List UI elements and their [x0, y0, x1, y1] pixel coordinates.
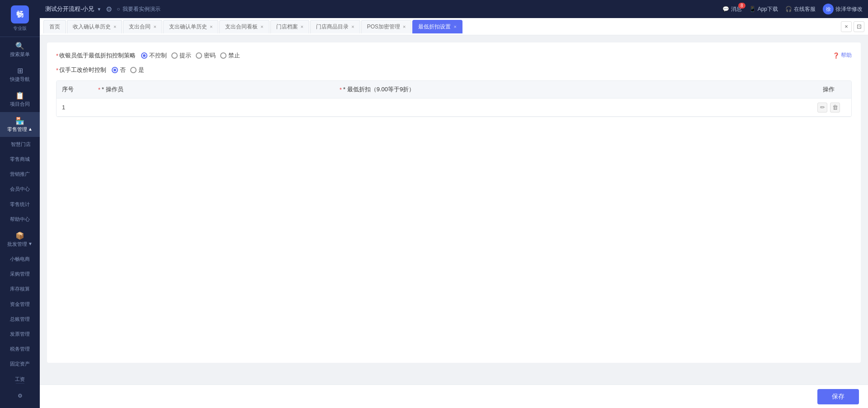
- help-link[interactable]: ❓ 帮助: [833, 52, 852, 59]
- app-download-button[interactable]: 📱 App下载: [749, 5, 778, 13]
- tab-label: POS加密管理: [367, 23, 400, 31]
- manual-yes[interactable]: 是: [130, 66, 144, 74]
- sidebar-item-help[interactable]: 帮助中心: [0, 212, 40, 227]
- sidebar-item-label: 帮助中心: [10, 216, 30, 222]
- policy-hint[interactable]: 提示: [171, 52, 191, 60]
- policy-label-text: 收银员低于最低折扣控制策略: [59, 52, 136, 60]
- sidebar-item-label: 小畅电商: [10, 256, 30, 262]
- tab-label: 最低折扣设置: [418, 23, 451, 31]
- sidebar-item-finance[interactable]: 资金管理: [0, 297, 40, 312]
- messages-button[interactable]: 💬 消息 8: [722, 5, 742, 13]
- project-selector[interactable]: 测试分开流程-小兄 ▼: [45, 5, 101, 13]
- sidebar-item-member[interactable]: 会员中心: [0, 182, 40, 197]
- sidebar-item-retail[interactable]: 🏪 零售管理 ▲: [0, 112, 40, 137]
- sidebar-item-label: 快捷导航: [10, 76, 30, 82]
- sidebar-item-label: 零售统计: [10, 202, 30, 207]
- maximize-button[interactable]: ⊡: [854, 21, 864, 32]
- footer: 保存: [40, 385, 868, 408]
- radio-label: 提示: [179, 52, 191, 60]
- td-discount: [334, 104, 806, 111]
- demo-link[interactable]: ○ 我要看实例演示: [117, 5, 160, 13]
- tab-contract[interactable]: 支出合同 ×: [123, 20, 162, 33]
- settings-icon[interactable]: ⚙: [106, 5, 112, 14]
- settings-button[interactable]: ⚙: [16, 388, 24, 403]
- sidebar-item-invoice[interactable]: 发票管理: [0, 327, 40, 342]
- tab-close-icon[interactable]: ×: [453, 24, 456, 29]
- tab-store-goods[interactable]: 门店商品目录 ×: [310, 20, 360, 33]
- tab-close-icon[interactable]: ×: [210, 24, 212, 29]
- sidebar-item-label: 采购管理: [10, 271, 30, 277]
- sidebar-item-ledger[interactable]: 总账管理: [0, 312, 40, 327]
- tab-income[interactable]: 收入确认单历史 ×: [67, 20, 122, 33]
- sidebar-item-retail-mall[interactable]: 零售商城: [0, 152, 40, 167]
- tab-label: 门店档案: [276, 23, 298, 31]
- wholesale-icon: 📦: [15, 231, 24, 240]
- policy-label: * 收银员低于最低折扣控制策略: [56, 52, 136, 60]
- sidebar-item-payroll[interactable]: 工资: [0, 372, 40, 383]
- tab-label: 收入确认单历史: [73, 23, 111, 31]
- tab-close-icon[interactable]: ×: [153, 24, 156, 29]
- search-icon: 🔍: [15, 42, 24, 50]
- td-operator: [93, 104, 334, 111]
- sidebar-item-quicknav[interactable]: ⊞ 快捷导航: [0, 62, 40, 87]
- td-action: ✏ 🗑: [806, 99, 851, 116]
- tab-close-icon[interactable]: ×: [113, 24, 116, 29]
- messages-badge: 8: [738, 3, 745, 9]
- manual-form-row: * 仅手工改价时控制 否 是: [56, 66, 852, 74]
- tab-label: 支出合同: [129, 23, 151, 31]
- sidebar-bottom: ⚙: [16, 383, 24, 408]
- policy-password[interactable]: 密码: [196, 52, 216, 60]
- tab-contract-board[interactable]: 支出合同看板 ×: [219, 20, 269, 33]
- sidebar-item-contract[interactable]: 📋 项目合同: [0, 87, 40, 112]
- sidebar-item-label: 总账管理: [10, 316, 30, 322]
- tab-close-icon[interactable]: ×: [301, 24, 303, 29]
- close-tab-button[interactable]: ×: [841, 21, 852, 32]
- tab-label: 支出合同看板: [225, 23, 258, 31]
- tabbar: 首页 收入确认单历史 × 支出合同 × 支出确认单历史 × 支出合同看板 × 门…: [40, 18, 868, 35]
- sidebar-item-retail-stats[interactable]: 零售统计: [0, 197, 40, 212]
- user-name: 徐泽华修改: [835, 5, 863, 13]
- online-service-button[interactable]: 🎧 在线客服: [785, 5, 816, 13]
- sidebar-item-label: 营销推广: [10, 171, 30, 177]
- td-seq: 1: [57, 100, 93, 114]
- chevron-down-icon: ▼: [97, 7, 101, 12]
- circle-icon: ○: [117, 6, 120, 12]
- sidebar-item-smart-store[interactable]: 智慧门店: [0, 137, 40, 152]
- th-operator: * * 操作员: [93, 81, 334, 98]
- sidebar-item-label: 库存核算: [10, 286, 30, 292]
- th-action: 操作: [806, 81, 851, 98]
- tab-home[interactable]: 首页: [43, 20, 66, 33]
- avatar: 徐: [823, 4, 834, 14]
- tab-close-icon[interactable]: ×: [351, 24, 354, 29]
- sidebar-item-label: 零售商城: [10, 156, 30, 162]
- tab-close-icon[interactable]: ×: [403, 24, 406, 29]
- tab-label: 门店商品目录: [316, 23, 349, 31]
- tab-min-discount[interactable]: 最低折扣设置 ×: [412, 20, 462, 33]
- manual-no[interactable]: 否: [112, 66, 126, 74]
- message-icon: 💬: [722, 6, 729, 12]
- tab-store-file[interactable]: 门店档案 ×: [270, 20, 309, 33]
- sidebar-item-wholesale[interactable]: 📦 批发管理 ▼: [0, 227, 40, 252]
- sidebar-item-assets[interactable]: 固定资产: [0, 356, 40, 371]
- sidebar: 畅 专业版 🔍 搜索菜单 ⊞ 快捷导航 📋 项目合同 🏪 零售管理 ▲ 智慧门店…: [0, 0, 40, 408]
- logo-text: 专业版: [13, 25, 27, 31]
- sidebar-item-search[interactable]: 🔍 搜索菜单: [0, 37, 40, 62]
- sidebar-item-ecommerce[interactable]: 小畅电商: [0, 252, 40, 267]
- project-name: 测试分开流程-小兄: [45, 5, 94, 13]
- policy-ban[interactable]: 禁止: [220, 52, 240, 60]
- policy-no-control[interactable]: 不控制: [141, 52, 167, 60]
- user-menu[interactable]: 徐 徐泽华修改: [823, 4, 863, 14]
- tab-pos-password[interactable]: POS加密管理 ×: [361, 20, 412, 33]
- save-button[interactable]: 保存: [817, 389, 859, 404]
- tab-expense[interactable]: 支出确认单历史 ×: [163, 20, 218, 33]
- sidebar-item-purchase[interactable]: 采购管理: [0, 267, 40, 281]
- manual-label: * 仅手工改价时控制: [56, 66, 106, 74]
- sidebar-item-label: 批发管理 ▼: [7, 241, 33, 247]
- sidebar-item-tax[interactable]: 税务管理: [0, 342, 40, 356]
- delete-row-button[interactable]: 🗑: [830, 103, 840, 113]
- tab-close-icon[interactable]: ×: [260, 24, 263, 29]
- edit-row-button[interactable]: ✏: [817, 103, 827, 113]
- sidebar-item-label: 工资: [15, 376, 25, 382]
- sidebar-item-inventory[interactable]: 库存核算: [0, 281, 40, 296]
- sidebar-item-marketing[interactable]: 营销推广: [0, 167, 40, 182]
